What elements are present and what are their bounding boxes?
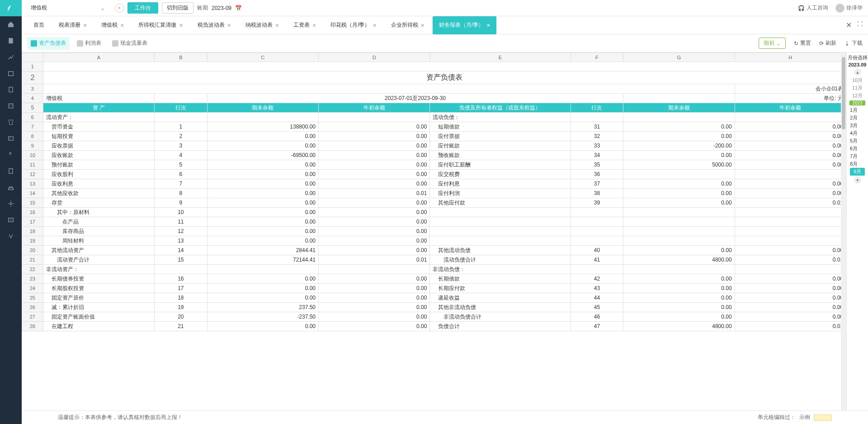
scroll-down-icon[interactable]: ▾ (854, 176, 861, 184)
table-row[interactable]: 19周转材料130.000.00 (22, 236, 846, 246)
col-header[interactable]: G (623, 53, 735, 62)
row-header[interactable]: 10 (22, 151, 43, 160)
doc-icon[interactable]: ≡ (115, 4, 124, 13)
nav-video-icon[interactable] (0, 212, 22, 228)
col-header[interactable]: H (735, 53, 846, 62)
nav-v-icon[interactable] (0, 228, 22, 244)
table-row[interactable]: 24长期股权投资170.000.00长期应付款430.000.00 (22, 284, 846, 293)
row-header[interactable]: 27 (22, 312, 43, 322)
download-button[interactable]: ⭳下载 (844, 39, 863, 47)
row-header[interactable]: 20 (22, 246, 43, 255)
close-icon[interactable]: × (373, 22, 376, 29)
month-option[interactable]: 9月 (850, 168, 865, 176)
nav-hand-icon[interactable] (0, 147, 22, 163)
month-option[interactable]: 2月 (850, 114, 865, 122)
row-header[interactable]: 14 (22, 189, 43, 198)
row-header[interactable]: 19 (22, 236, 43, 246)
table-row[interactable]: 14其他应收款80.000.01应付利润380.000.00 (22, 189, 846, 198)
close-icon[interactable]: × (179, 22, 183, 29)
close-icon[interactable]: × (421, 22, 425, 29)
calendar-icon[interactable]: 📅 (235, 5, 242, 11)
row-header[interactable]: 15 (22, 198, 43, 208)
tab[interactable]: 所得税汇算清缴× (132, 16, 189, 34)
table-row[interactable]: 15存货90.000.00其他应付款390.000.01 (22, 198, 846, 208)
tab[interactable]: 印花税（月/季）× (324, 16, 383, 34)
nav-home-icon[interactable] (0, 16, 22, 33)
close-icon[interactable]: × (83, 22, 87, 29)
table-row[interactable]: 25固定资产原价180.000.00递延收益440.000.00 (22, 293, 846, 303)
col-header[interactable]: D (319, 53, 430, 62)
table-row[interactable]: 20其他流动资产142844.410.00其他流动负债400.000.00 (22, 246, 846, 255)
tab[interactable]: 增值税× (95, 16, 130, 34)
row-header[interactable]: 16 (22, 208, 43, 217)
table-row[interactable]: 11预付账款50.000.00应付职工薪酬355000.000.00 (22, 160, 846, 170)
close-icon[interactable]: × (227, 22, 231, 29)
phase-button[interactable]: 期初 ⌄ (759, 38, 786, 49)
tab[interactable]: 首页 (27, 16, 51, 34)
corner-cell[interactable] (22, 53, 43, 62)
month-option[interactable]: 8月 (850, 160, 865, 168)
switch-version-button[interactable]: 切到旧版 (162, 2, 193, 14)
close-icon[interactable]: × (275, 22, 279, 29)
row-header[interactable]: 25 (22, 293, 43, 303)
tab[interactable]: 企业所得税× (385, 16, 431, 34)
nav-tshirt-icon[interactable] (0, 114, 22, 130)
month-option[interactable]: 7月 (850, 152, 865, 160)
month-option[interactable]: 4月 (850, 129, 865, 137)
close-icon[interactable]: × (120, 22, 124, 29)
table-row[interactable]: 22非流动资产：非流动负债： (22, 265, 846, 274)
row-header[interactable]: 17 (22, 217, 43, 227)
nav-clipboard-icon[interactable] (0, 81, 22, 98)
table-row[interactable]: 6流动资产：流动负债： (22, 113, 846, 122)
subtab[interactable]: 利润表 (73, 37, 105, 50)
row-header[interactable]: 13 (22, 179, 43, 189)
table-row[interactable]: 12应收股利60.000.00应交税费36 (22, 170, 846, 179)
row-header[interactable]: 23 (22, 274, 43, 284)
month-option[interactable]: 6月 (850, 145, 865, 152)
vertical-scrollbar[interactable] (841, 52, 846, 410)
tab[interactable]: 工资表× (287, 16, 322, 34)
scroll-up-icon[interactable]: ▴ (854, 68, 861, 76)
table-row[interactable]: 18库存商品120.000.00 (22, 227, 846, 236)
row-header[interactable]: 6 (22, 113, 43, 122)
nav-gear-icon[interactable] (0, 195, 22, 212)
table-row[interactable]: 10应收账款4-69500.000.00预收账款340.000.00 (22, 151, 846, 160)
row-header[interactable]: 3 (22, 84, 43, 94)
month-option[interactable]: 1月 (850, 106, 865, 114)
nav-paper-icon[interactable] (0, 163, 22, 179)
close-icon[interactable]: × (312, 22, 316, 29)
row-header[interactable]: 28 (22, 322, 43, 331)
table-row[interactable]: 9应收票据30.000.00应付账款33-200.000.00 (22, 141, 846, 151)
tab[interactable]: 纳税波动表× (239, 16, 285, 34)
row-header[interactable]: 12 (22, 170, 43, 179)
row-header[interactable]: 4 (22, 94, 43, 103)
col-header[interactable]: F (571, 53, 623, 62)
month-option[interactable]: 5月 (850, 137, 865, 145)
table-row[interactable]: 8短期投资20.000.00应付票据320.000.00 (22, 132, 846, 141)
row-header[interactable]: 2 (22, 71, 43, 84)
table-row[interactable]: 7货币资金1138800.000.00短期借款310.000.00 (22, 122, 846, 132)
table-row[interactable]: 28在建工程210.000.00负债合计474800.000.01 (22, 322, 846, 331)
row-header[interactable]: 11 (22, 160, 43, 170)
month-option[interactable]: 3月 (850, 122, 865, 129)
table-row[interactable]: 26减：累计折旧19237.500.00其他非流动负债450.000.00 (22, 303, 846, 312)
refresh-button[interactable]: ⟳刷新 (819, 39, 836, 47)
row-header[interactable]: 22 (22, 265, 43, 274)
row-header[interactable]: 18 (22, 227, 43, 236)
table-row[interactable]: 17在产品110.000.00 (22, 217, 846, 227)
row-header[interactable]: 9 (22, 141, 43, 151)
month-option[interactable]: 12月 (852, 92, 863, 100)
expand-icon[interactable]: ⛶ (857, 21, 863, 29)
row-header[interactable]: 1 (22, 62, 43, 71)
month-option[interactable]: 11月 (852, 84, 863, 92)
subtab[interactable]: 资产负债表 (27, 37, 70, 50)
nav-form-icon[interactable] (0, 98, 22, 114)
table-row[interactable]: 21流动资产合计1572144.410.01流动负债合计414800.000.0… (22, 255, 846, 265)
col-header[interactable]: E (430, 53, 571, 62)
row-header[interactable]: 26 (22, 303, 43, 312)
tab[interactable]: 税负波动表× (191, 16, 237, 34)
close-all-icon[interactable]: ✕ (846, 21, 852, 29)
period-value[interactable]: 2023-09 (212, 5, 231, 11)
tab[interactable]: 税表清册× (52, 16, 93, 34)
nav-image-icon[interactable] (0, 130, 22, 147)
